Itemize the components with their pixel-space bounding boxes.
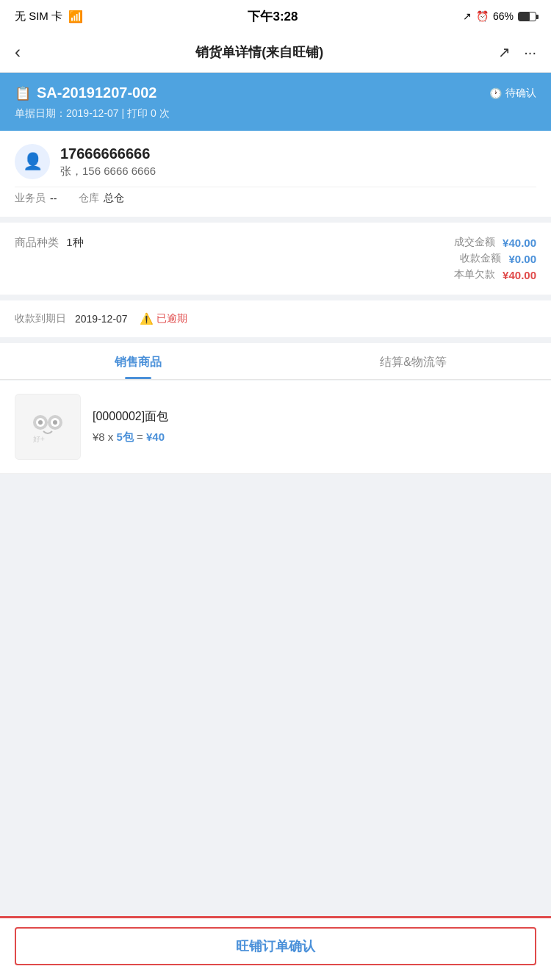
salesperson-label: 业务员	[15, 192, 46, 205]
product-type-value: 1种	[66, 236, 83, 248]
order-status: 🕐 待确认	[489, 87, 536, 100]
svg-point-5	[53, 420, 57, 425]
customer-name: 张，156 6666 6666	[60, 165, 156, 179]
deal-amount-label: 成交金额	[454, 236, 495, 249]
deal-amount-value: ¥40.00	[503, 237, 536, 249]
gray-spacer	[0, 474, 551, 635]
order-id-text: SA-20191207-002	[37, 84, 156, 101]
product-name: [0000002]面包	[93, 409, 168, 425]
page-title: 销货单详情(来自旺铺)	[195, 43, 323, 61]
due-date-value: 2019-12-07	[75, 313, 128, 325]
salesperson-field: 业务员 --	[15, 192, 57, 205]
received-amount-value: ¥0.00	[508, 253, 536, 265]
share-icon[interactable]: ↗	[498, 43, 511, 61]
clock-icon: 🕐	[489, 87, 502, 99]
product-type-field: 商品种类 1种	[15, 236, 84, 250]
product-thumbnail: 好+	[15, 394, 81, 460]
salesperson-value: --	[50, 192, 57, 204]
due-date-card: 收款到期日 2019-12-07 ⚠️ 已逾期	[0, 300, 551, 337]
status-right: ↗ ⏰ 66%	[463, 10, 536, 22]
summary-card: 商品种类 1种 成交金额 ¥40.00 收款金额 ¥0.00 本单欠款 ¥40.…	[0, 223, 551, 295]
customer-card: 👤 17666666666 张，156 6666 6666 业务员 -- 仓库 …	[0, 131, 551, 217]
owed-amount-value: ¥40.00	[503, 269, 536, 281]
nav-bar: ‹ 销货单详情(来自旺铺) ↗ ···	[0, 32, 551, 73]
product-info: [0000002]面包 ¥8 x 5包 = ¥40	[93, 409, 168, 444]
status-left: 无 SIM 卡 📶	[15, 10, 83, 24]
svg-point-4	[38, 420, 43, 425]
status-text: 待确认	[505, 87, 536, 100]
wifi-icon: 📶	[68, 10, 83, 24]
warehouse-label: 仓库	[79, 192, 99, 205]
battery-icon	[518, 12, 536, 21]
warehouse-value: 总仓	[104, 192, 124, 205]
svg-text:好+: 好+	[33, 435, 45, 443]
warehouse-field: 仓库 总仓	[79, 192, 124, 205]
product-total: ¥40	[146, 430, 165, 443]
amounts-section: 成交金额 ¥40.00 收款金额 ¥0.00 本单欠款 ¥40.00	[454, 236, 536, 281]
order-id: 📋 SA-20191207-002	[15, 84, 156, 101]
overdue-icon: ⚠️	[140, 312, 154, 325]
nav-actions: ↗ ···	[498, 43, 536, 61]
received-amount-row: 收款金额 ¥0.00	[460, 252, 536, 265]
more-icon[interactable]: ···	[524, 44, 536, 61]
bottom-bar: 旺铺订单确认	[0, 916, 551, 980]
customer-info: 17666666666 张，156 6666 6666	[60, 145, 156, 179]
battery-percent: 66%	[493, 10, 514, 22]
carrier-text: 无 SIM 卡	[15, 10, 62, 24]
product-thumb-icon: 好+	[26, 406, 70, 448]
overdue-text: 已逾期	[156, 312, 187, 325]
status-time: 下午3:28	[248, 8, 298, 25]
product-price: ¥8 x 5包 = ¥40	[93, 430, 168, 444]
products-section: 好+ [0000002]面包 ¥8 x 5包 = ¥40	[0, 381, 551, 474]
order-icon: 📋	[15, 85, 31, 101]
owed-amount-row: 本单欠款 ¥40.00	[454, 268, 536, 281]
tabs-bar: 销售商品 结算&物流等	[0, 343, 551, 380]
product-item: 好+ [0000002]面包 ¥8 x 5包 = ¥40	[0, 381, 551, 474]
customer-phone: 17666666666	[60, 145, 156, 162]
tab-settlement-label: 结算&物流等	[380, 356, 447, 368]
tab-sales-label: 销售商品	[115, 356, 162, 368]
product-type-label: 商品种类	[15, 236, 59, 248]
owed-amount-label: 本单欠款	[454, 268, 495, 281]
order-header: 📋 SA-20191207-002 🕐 待确认 单据日期：2019-12-07 …	[0, 73, 551, 131]
due-date-label: 收款到期日	[15, 312, 66, 325]
tab-sales-products[interactable]: 销售商品	[0, 343, 276, 379]
confirm-order-button[interactable]: 旺铺订单确认	[15, 927, 536, 965]
equals-text: =	[134, 430, 146, 443]
order-date: 单据日期：2019-12-07 | 打印 0 次	[15, 107, 536, 120]
deal-amount-row: 成交金额 ¥40.00	[454, 236, 536, 249]
received-amount-label: 收款金额	[460, 252, 501, 265]
alarm-icon: ⏰	[476, 10, 489, 22]
avatar: 👤	[15, 144, 50, 179]
status-bar: 无 SIM 卡 📶 下午3:28 ↗ ⏰ 66%	[0, 0, 551, 32]
product-qty: 5包	[117, 430, 134, 443]
price-text: ¥8 x	[93, 430, 117, 443]
overdue-badge: ⚠️ 已逾期	[140, 312, 187, 325]
back-button[interactable]: ‹	[15, 42, 21, 62]
location-icon: ↗	[463, 10, 472, 22]
customer-meta: 业务员 -- 仓库 总仓	[15, 187, 536, 205]
tab-settlement[interactable]: 结算&物流等	[276, 343, 551, 379]
avatar-icon: 👤	[23, 152, 43, 171]
